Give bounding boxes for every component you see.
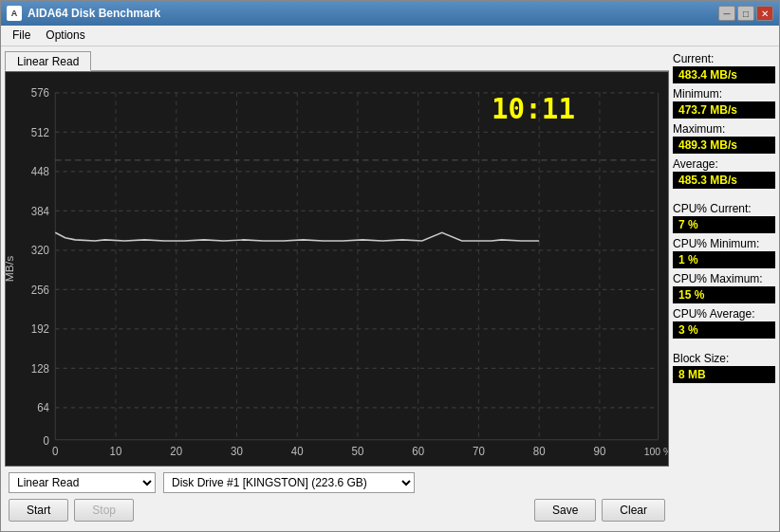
- svg-text:20: 20: [170, 445, 182, 457]
- svg-text:100 %: 100 %: [644, 446, 668, 457]
- cpu-average-value: 3 %: [673, 321, 775, 339]
- svg-rect-0: [6, 72, 668, 466]
- blocksize-value: 8 MB: [673, 366, 775, 383]
- window-title: AIDA64 Disk Benchmark: [28, 7, 160, 20]
- cpu-current-label: CPU% Current:: [673, 202, 775, 215]
- current-value: 483.4 MB/s: [673, 66, 775, 83]
- cpu-maximum-stat: CPU% Maximum: 15 %: [673, 272, 775, 303]
- svg-text:90: 90: [594, 445, 606, 457]
- svg-text:192: 192: [31, 322, 49, 335]
- minimum-value: 473.7 MB/s: [673, 101, 775, 119]
- svg-text:10:11: 10:11: [492, 92, 575, 126]
- minimum-label: Minimum:: [673, 87, 775, 101]
- minimize-button[interactable]: ─: [718, 6, 735, 21]
- svg-text:60: 60: [412, 445, 424, 457]
- svg-text:30: 30: [231, 445, 243, 457]
- svg-text:448: 448: [31, 165, 50, 177]
- maximum-label: Maximum:: [673, 122, 775, 136]
- svg-text:128: 128: [31, 361, 50, 374]
- svg-text:256: 256: [31, 283, 50, 295]
- dropdowns-row: Linear Read Disk Drive #1 [KINGSTON] (22…: [9, 472, 665, 493]
- chart-svg: 576 512 448 384 320 256 192 128 64 0 MB/…: [6, 72, 668, 466]
- options-menu[interactable]: Options: [38, 28, 92, 44]
- right-stats-panel: Current: 483.4 MB/s Minimum: 473.7 MB/s …: [673, 50, 775, 527]
- clear-button[interactable]: Clear: [602, 499, 665, 522]
- svg-text:MB/s: MB/s: [6, 256, 15, 282]
- svg-text:320: 320: [31, 244, 50, 256]
- svg-text:384: 384: [31, 204, 50, 216]
- cpu-average-stat: CPU% Average: 3 %: [673, 307, 775, 339]
- cpu-minimum-stat: CPU% Minimum: 1 %: [673, 237, 775, 268]
- cpu-current-value: 7 %: [673, 216, 775, 233]
- title-bar-left: A AIDA64 Disk Benchmark: [7, 6, 160, 21]
- cpu-minimum-value: 1 %: [673, 251, 775, 268]
- cpu-average-label: CPU% Average:: [673, 307, 775, 321]
- blocksize-stat: Block Size: 8 MB: [673, 352, 775, 383]
- svg-text:50: 50: [352, 445, 364, 457]
- current-stat: Current: 483.4 MB/s: [673, 52, 775, 83]
- cpu-minimum-label: CPU% Minimum:: [673, 237, 775, 250]
- save-button[interactable]: Save: [534, 499, 596, 522]
- svg-text:70: 70: [473, 445, 485, 457]
- svg-text:64: 64: [37, 401, 49, 413]
- svg-text:0: 0: [52, 445, 59, 457]
- title-bar: A AIDA64 Disk Benchmark ─ □ ✕: [1, 1, 779, 26]
- menubar: File Options: [1, 26, 779, 46]
- main-panel: Linear Read: [5, 50, 669, 527]
- svg-text:10: 10: [110, 445, 122, 457]
- chart-container: 576 512 448 384 320 256 192 128 64 0 MB/…: [5, 71, 669, 467]
- average-label: Average:: [673, 157, 775, 171]
- file-menu[interactable]: File: [5, 28, 38, 44]
- svg-text:0: 0: [44, 434, 50, 447]
- cpu-current-stat: CPU% Current: 7 %: [673, 202, 775, 233]
- tab-linear-read[interactable]: Linear Read: [5, 51, 91, 71]
- svg-text:512: 512: [31, 125, 49, 138]
- cpu-maximum-label: CPU% Maximum:: [673, 272, 775, 285]
- start-button[interactable]: Start: [9, 499, 68, 522]
- disk-drive-dropdown[interactable]: Disk Drive #1 [KINGSTON] (223.6 GB): [163, 472, 415, 493]
- buttons-row: Start Stop Save Clear: [9, 499, 665, 522]
- average-value: 485.3 MB/s: [673, 172, 775, 189]
- content-area: Linear Read: [1, 46, 779, 531]
- svg-text:576: 576: [31, 86, 50, 99]
- maximum-stat: Maximum: 489.3 MB/s: [673, 122, 775, 154]
- maximum-value: 489.3 MB/s: [673, 137, 775, 154]
- tab-bar: Linear Read: [5, 50, 669, 71]
- current-label: Current:: [673, 52, 775, 65]
- close-button[interactable]: ✕: [756, 6, 773, 21]
- stop-button[interactable]: Stop: [74, 499, 134, 522]
- main-window: A AIDA64 Disk Benchmark ─ □ ✕ File Optio…: [0, 0, 780, 532]
- bottom-controls: Linear Read Disk Drive #1 [KINGSTON] (22…: [5, 467, 669, 527]
- average-stat: Average: 485.3 MB/s: [673, 157, 775, 189]
- blocksize-label: Block Size:: [673, 352, 775, 365]
- cpu-maximum-value: 15 %: [673, 286, 775, 303]
- app-icon: A: [7, 6, 22, 21]
- test-type-dropdown[interactable]: Linear Read: [9, 472, 156, 493]
- minimum-stat: Minimum: 473.7 MB/s: [673, 87, 775, 119]
- svg-text:40: 40: [291, 445, 304, 457]
- title-controls: ─ □ ✕: [718, 6, 773, 21]
- maximize-button[interactable]: □: [737, 6, 754, 21]
- svg-text:80: 80: [533, 445, 546, 457]
